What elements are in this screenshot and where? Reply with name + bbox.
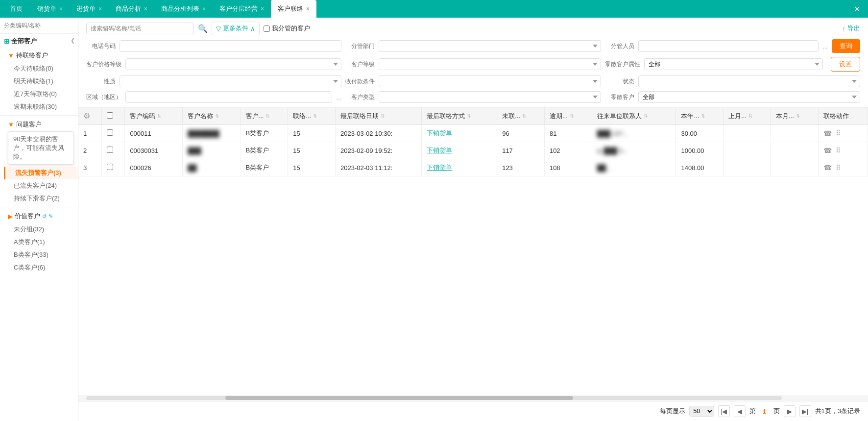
- tab-customer-link[interactable]: 客户联络 ×: [271, 0, 316, 18]
- gender-select[interactable]: [120, 75, 341, 87]
- value-edit-icon[interactable]: ✎: [48, 213, 53, 220]
- manager-more-icon[interactable]: ...: [822, 43, 828, 50]
- tab-customer-tier-close[interactable]: ×: [261, 5, 264, 12]
- sidebar-item-b-class[interactable]: B类客户(33): [4, 248, 78, 261]
- action-more-icon[interactable]: ⠿: [836, 164, 841, 172]
- filter-zero-retail-row: 零散客户属性 全部 设置: [605, 57, 860, 72]
- status-select[interactable]: [638, 75, 860, 87]
- cell-index: 2: [78, 142, 102, 159]
- customer-tier-select[interactable]: [379, 58, 601, 70]
- sidebar-item-a-class[interactable]: A类客户(1): [4, 236, 78, 248]
- overdue-sort-icon[interactable]: ⇅: [570, 113, 574, 119]
- page-prev-btn[interactable]: ◀: [734, 405, 746, 417]
- scrollbar-track[interactable]: [86, 396, 782, 400]
- cell-last-method: 下销货单: [422, 142, 497, 159]
- cell-overdue: 81: [544, 125, 592, 142]
- action-contact-icon[interactable]: ☎: [823, 129, 832, 137]
- sidebar-item-ungroup[interactable]: 未分组(32): [4, 223, 78, 236]
- tab-purchase[interactable]: 进货单 ×: [70, 0, 109, 18]
- export-button[interactable]: ↑ 导出: [843, 24, 861, 33]
- price-tier-label: 客户价格等级: [86, 60, 121, 69]
- scrollbar-thumb[interactable]: [225, 396, 573, 400]
- tab-home[interactable]: 首页: [2, 0, 30, 18]
- tab-analysis-list[interactable]: 商品分析列表 ×: [154, 0, 213, 18]
- this-month-sort-icon[interactable]: ⇅: [796, 113, 800, 119]
- action-contact-icon[interactable]: ☎: [823, 164, 832, 172]
- grid-icon: ⊞: [4, 38, 9, 45]
- dept-select[interactable]: [379, 40, 601, 52]
- horizontal-scrollbar[interactable]: [78, 395, 868, 401]
- tab-analysis-list-close[interactable]: ×: [202, 5, 206, 12]
- my-customers-checkbox[interactable]: [264, 25, 270, 32]
- pending-group-header[interactable]: ▼ 待联络客户: [4, 49, 78, 62]
- window-close-button[interactable]: ✕: [848, 4, 866, 14]
- price-tier-select[interactable]: [125, 58, 341, 70]
- row-checkbox-1[interactable]: [107, 147, 113, 153]
- sidebar-item-declining[interactable]: 持续下滑客户(2): [4, 192, 78, 205]
- page-last-btn[interactable]: ▶|: [799, 405, 811, 417]
- action-more-icon[interactable]: ⠿: [836, 147, 841, 154]
- pending-arrow-icon: ▼: [8, 52, 14, 59]
- payment-select[interactable]: [379, 75, 601, 87]
- sidebar-all-customers[interactable]: ⊞ 全部客户 《: [0, 34, 78, 49]
- name-sort-icon[interactable]: ⇅: [215, 113, 219, 119]
- sidebar-item-c-class[interactable]: C类客户(6): [4, 261, 78, 274]
- row-checkbox-0[interactable]: [107, 129, 113, 136]
- filter-more-button[interactable]: ▽ 更多条件 ∧: [212, 22, 260, 35]
- last-method-link[interactable]: 下销货单: [427, 164, 452, 171]
- last-method-link[interactable]: 下销货单: [427, 147, 452, 154]
- tab-customer-link-close[interactable]: ×: [306, 5, 310, 12]
- type-sort-icon[interactable]: ⇅: [265, 113, 269, 119]
- contact-sort-icon[interactable]: ⇅: [313, 113, 317, 119]
- phone-input[interactable]: [120, 40, 341, 52]
- page-first-btn[interactable]: |◀: [718, 405, 730, 417]
- manager-input[interactable]: [638, 40, 819, 52]
- value-refresh-icon[interactable]: ↺: [42, 213, 47, 220]
- action-more-icon[interactable]: ⠿: [836, 129, 841, 137]
- last-method-link[interactable]: 下销货单: [427, 129, 452, 137]
- sidebar-item-overdue[interactable]: 逾期未联络(30): [4, 100, 78, 113]
- tab-customer-tier[interactable]: 客户分层经营 ×: [213, 0, 271, 18]
- this-year-sort-icon[interactable]: ⇅: [701, 113, 705, 119]
- filter-dept-row: 分管部门: [345, 39, 601, 53]
- tab-analysis[interactable]: 商品分析 ×: [109, 0, 154, 18]
- my-customers-checkbox-label[interactable]: 我分管的客户: [264, 24, 310, 33]
- setting-button[interactable]: 设置: [831, 57, 860, 72]
- per-page-select[interactable]: 50 100 200: [689, 406, 714, 417]
- tab-purchase-close[interactable]: ×: [98, 5, 102, 12]
- value-arrow-icon: ▶: [8, 213, 13, 220]
- action-contact-icon[interactable]: ☎: [823, 147, 832, 154]
- zero-customer-select[interactable]: 全部: [638, 91, 860, 103]
- sidebar-item-churned[interactable]: 已流失客户(24): [4, 179, 78, 192]
- page-next-btn[interactable]: ▶: [784, 405, 796, 417]
- tab-sales-close[interactable]: ×: [59, 5, 63, 12]
- last-month-sort-icon[interactable]: ⇅: [748, 113, 752, 119]
- unit-contact-sort-icon[interactable]: ⇅: [644, 113, 648, 119]
- region-more-icon[interactable]: ...: [336, 94, 341, 101]
- uncontacted-sort-icon[interactable]: ⇅: [522, 113, 526, 119]
- filter-search-input[interactable]: [86, 23, 194, 34]
- manager-label: 分管人员: [605, 42, 634, 50]
- zero-retail-select[interactable]: 全部: [644, 58, 823, 70]
- tab-sales[interactable]: 销货单 ×: [30, 0, 70, 18]
- code-sort-icon[interactable]: ⇅: [157, 113, 161, 119]
- tab-analysis-close[interactable]: ×: [144, 5, 147, 12]
- last-method-sort-icon[interactable]: ⇅: [467, 113, 471, 119]
- sidebar-item-7days[interactable]: 近7天待联络(0): [4, 88, 78, 100]
- risk-group-header[interactable]: ▼ 问题客户: [4, 118, 78, 131]
- sidebar-item-tomorrow[interactable]: 明天待联络(1): [4, 75, 78, 88]
- customer-type-select[interactable]: [379, 91, 601, 103]
- select-all-checkbox[interactable]: [107, 112, 113, 119]
- sidebar-item-churn-warning[interactable]: 流失预警客户(3): [4, 167, 78, 179]
- last-date-sort-icon[interactable]: ⇅: [381, 113, 385, 119]
- sidebar-item-today[interactable]: 今天待联络(0): [4, 62, 78, 75]
- value-group-header[interactable]: ▶ 价值客户 ↺ ✎: [4, 209, 78, 223]
- region-input[interactable]: [125, 91, 332, 103]
- filter-search-button[interactable]: 🔍: [198, 24, 208, 33]
- query-button[interactable]: 查询: [832, 39, 860, 53]
- settings-gear-icon[interactable]: ⚙: [83, 112, 90, 120]
- sidebar-search-input[interactable]: [4, 22, 77, 29]
- total-label: 共1页，3条记录: [815, 407, 860, 416]
- row-checkbox-2[interactable]: [107, 164, 113, 170]
- risk-arrow-icon: ▼: [8, 121, 14, 128]
